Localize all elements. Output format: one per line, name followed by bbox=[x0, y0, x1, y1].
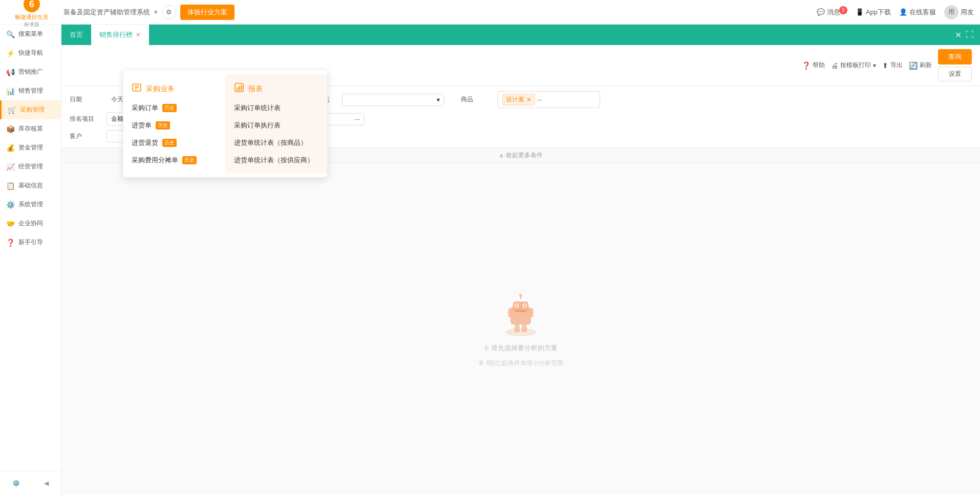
menu-item-purchase-order[interactable]: 采购订单 历史 bbox=[123, 99, 225, 117]
purchase-order-history-badge: 历史 bbox=[162, 104, 177, 112]
empty-illustration bbox=[498, 291, 544, 337]
sidebar-item-basic-info[interactable]: 📋 基础信息 bbox=[0, 176, 61, 195]
tab-actions: ✕ ⛶ bbox=[949, 30, 980, 40]
status-input[interactable]: ▾ bbox=[342, 94, 444, 106]
tab-sales-rank[interactable]: 销售排行榜 ✕ bbox=[91, 25, 149, 45]
top-bar: 6 畅捷通好生意 标准版 装备及固定资产辅助管理系统 ▾ ⚙ 体验行业方案 💬 … bbox=[0, 0, 980, 25]
sys-mgmt-icon: ⚙️ bbox=[6, 201, 14, 209]
menu-item-order-stat[interactable]: 采购订单统计表 bbox=[226, 99, 328, 117]
purchase-icon: 🛒 bbox=[8, 106, 16, 114]
sidebar-item-enterprise[interactable]: 🤝 企业协同 bbox=[0, 214, 61, 233]
svg-rect-19 bbox=[237, 88, 238, 91]
guide-icon: ❓ bbox=[6, 239, 14, 247]
goods-filter-label: 商品 bbox=[461, 95, 492, 104]
filter-settings-button[interactable]: 设置 bbox=[938, 67, 972, 81]
empty-state: ① 请先选择要分析的方案 ② 用[过滤]条件来缩小分析范围 bbox=[478, 291, 563, 368]
tab-close-all-button[interactable]: ✕ bbox=[955, 30, 962, 40]
svg-rect-21 bbox=[241, 85, 242, 91]
refresh-button[interactable]: 🔄 刷新 bbox=[909, 61, 932, 70]
logo-sub: 标准版 bbox=[24, 21, 39, 28]
finance-icon: 💰 bbox=[6, 144, 14, 152]
menu-item-purchase-expense[interactable]: 采购费用分摊单 历史 bbox=[123, 152, 225, 169]
tab-maximize-button[interactable]: ⛶ bbox=[966, 30, 974, 39]
menu-section-purchase: 采购业务 采购订单 历史 进货单 历史 进货退货 历史 bbox=[123, 74, 225, 173]
goods-tag-close[interactable]: ✕ bbox=[526, 96, 531, 103]
sys-settings-button[interactable]: ⚙ bbox=[162, 5, 176, 19]
sidebar-item-operations[interactable]: 📈 经营管理 bbox=[0, 157, 61, 176]
industry-solution-button[interactable]: 体验行业方案 bbox=[180, 5, 235, 20]
sys-title: 装备及固定资产辅助管理系统 bbox=[63, 8, 150, 17]
operations-icon: 📈 bbox=[6, 163, 14, 171]
rank-filter-label: 排名项目 bbox=[70, 115, 100, 123]
sidebar-item-new-guide[interactable]: ❓ 新手引导 bbox=[0, 233, 61, 252]
print-dropdown-icon[interactable]: ▾ bbox=[873, 62, 876, 69]
sys-dropdown-arrow[interactable]: ▾ bbox=[154, 8, 158, 16]
collapse-icon: ◀ bbox=[44, 480, 49, 487]
logo-icon: 6 bbox=[24, 0, 40, 12]
online-service-button[interactable]: 👤 在线客服 bbox=[899, 8, 936, 17]
sidebar-collapse-button[interactable]: ◀ bbox=[38, 476, 55, 491]
tab-home[interactable]: 首页 bbox=[61, 25, 91, 45]
gear-icon: ⚙️ bbox=[12, 480, 20, 487]
svg-rect-20 bbox=[239, 86, 240, 91]
goods-input[interactable]: 设计素 ✕ ··· bbox=[498, 91, 600, 108]
enterprise-icon: 🤝 bbox=[6, 220, 14, 228]
date-filter-label: 日期 bbox=[70, 95, 100, 104]
expense-history-badge: 历史 bbox=[182, 156, 197, 164]
quick-nav-icon: ⚡ bbox=[6, 49, 14, 57]
sidebar-item-quick-nav[interactable]: ⚡ 快捷导航 bbox=[0, 44, 61, 62]
goods-more[interactable]: ··· bbox=[537, 96, 542, 103]
sidebar-item-purchase[interactable]: 🛒 采购管理 bbox=[0, 100, 61, 119]
sidebar-bottom: ⚙️ ◀ bbox=[0, 471, 61, 495]
user-avatar: 用 bbox=[944, 5, 958, 19]
sidebar-item-sales[interactable]: 📊 销售管理 bbox=[0, 81, 61, 100]
sidebar-nav: 🔍 搜索菜单 ⚡ 快捷导航 📢 营销推广 📊 销售管理 🛒 采购管理 bbox=[0, 25, 61, 471]
query-button[interactable]: 查询 bbox=[938, 49, 972, 64]
app-download-button[interactable]: 📱 App下载 bbox=[856, 8, 891, 17]
print-icon: 🖨 bbox=[831, 61, 838, 70]
menu-section-title-purchase: 采购业务 bbox=[123, 78, 225, 99]
svg-point-6 bbox=[524, 305, 526, 307]
salesman-more[interactable]: ··· bbox=[355, 116, 360, 123]
sidebar-settings-button[interactable]: ⚙️ bbox=[6, 476, 26, 491]
print-button[interactable]: 🖨 按模板打印 ▾ bbox=[831, 61, 876, 70]
export-button[interactable]: ⬆ 导出 bbox=[882, 61, 903, 70]
sidebar-item-sys-mgmt[interactable]: ⚙️ 系统管理 bbox=[0, 195, 61, 214]
logo-text: 畅捷通好生意 bbox=[15, 13, 49, 21]
sidebar-item-finance[interactable]: 💰 资金管理 bbox=[0, 138, 61, 157]
sidebar-item-inventory[interactable]: 📦 库存核算 bbox=[0, 119, 61, 138]
svg-rect-7 bbox=[516, 310, 526, 312]
tab-close-button[interactable]: ✕ bbox=[136, 31, 141, 38]
marketing-icon: 📢 bbox=[6, 68, 14, 76]
svg-rect-9 bbox=[529, 308, 534, 317]
user-menu-button[interactable]: 用 用友 bbox=[944, 5, 974, 19]
receipt-history-badge: 历史 bbox=[156, 121, 170, 130]
top-right: 💬 消息 9 📱 App下载 👤 在线客服 用 用友 bbox=[817, 5, 974, 19]
svg-point-13 bbox=[519, 294, 522, 297]
return-history-badge: 历史 bbox=[162, 139, 177, 147]
empty-hint-1: ① 请先选择要分析的方案 bbox=[484, 343, 558, 353]
menu-section-title-reports: 报表 bbox=[226, 78, 328, 99]
menu-item-receipt-stat-goods[interactable]: 进货单统计表（按商品） bbox=[226, 134, 328, 152]
svg-point-5 bbox=[516, 305, 518, 307]
menu-item-receipt-stat-supplier[interactable]: 进货单统计表（按供应商） bbox=[226, 152, 328, 169]
mobile-icon: 📱 bbox=[856, 8, 864, 16]
sidebar-item-marketing[interactable]: 📢 营销推广 bbox=[0, 62, 61, 81]
search-icon: 🔍 bbox=[6, 30, 14, 38]
purchase-section-icon bbox=[132, 82, 142, 95]
menu-item-purchase-receipt[interactable]: 进货单 历史 bbox=[123, 117, 225, 134]
basic-info-icon: 📋 bbox=[6, 182, 14, 190]
inventory-icon: 📦 bbox=[6, 125, 14, 133]
sales-icon: 📊 bbox=[6, 87, 14, 95]
goods-tag: 设计素 ✕ bbox=[502, 94, 535, 105]
svg-rect-10 bbox=[515, 325, 520, 332]
top-middle: 装备及固定资产辅助管理系统 ▾ ⚙ 体验行业方案 bbox=[57, 5, 817, 20]
refresh-icon: 🔄 bbox=[909, 61, 918, 70]
menu-item-order-exec[interactable]: 采购订单执行表 bbox=[226, 117, 328, 134]
menu-item-purchase-return[interactable]: 进货退货 历史 bbox=[123, 134, 225, 152]
message-button[interactable]: 💬 消息 9 bbox=[817, 8, 847, 17]
help-button[interactable]: ❓ 帮助 bbox=[802, 61, 825, 70]
svg-point-0 bbox=[505, 328, 536, 336]
customer-filter-label: 客户 bbox=[70, 132, 100, 141]
message-icon: 💬 bbox=[817, 8, 825, 16]
